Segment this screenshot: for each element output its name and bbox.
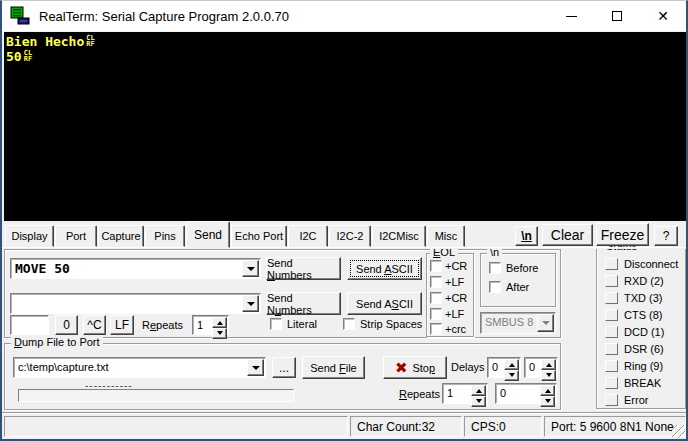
smbus-select-value: SMBUS 8 (485, 316, 535, 331)
checkbox-box[interactable] (430, 276, 442, 288)
status-rxd: RXD (2) (605, 275, 664, 287)
checkbox-box[interactable] (270, 318, 282, 330)
checkbox-box[interactable] (430, 292, 442, 304)
dump-repeats-spinner-2[interactable]: 0 (495, 383, 557, 404)
eol-lf1-checkbox[interactable]: +LF (430, 276, 464, 288)
freeze-button-label: Freeze (601, 227, 645, 243)
chevron-down-icon (537, 314, 554, 332)
tab-pins[interactable]: Pins (145, 225, 185, 247)
checkbox-label: After (506, 281, 529, 293)
status-cts: CTS (8) (605, 309, 663, 321)
dump-file-path-value[interactable]: c:\temp\capture.txt (18, 361, 245, 375)
resize-grip[interactable] (672, 425, 685, 438)
send-file-button[interactable]: Send File (302, 356, 365, 379)
send-lf-button[interactable]: LF (110, 315, 134, 335)
tab-label: Echo Port (235, 230, 283, 242)
status-break: BREAK (605, 377, 661, 389)
tab-misc[interactable]: Misc (427, 225, 465, 247)
led-indicator (605, 377, 618, 389)
char-code-field[interactable] (10, 315, 49, 335)
browse-file-button[interactable]: ... (272, 357, 296, 378)
send-zero-button[interactable]: 0 (55, 315, 78, 335)
crlf-glyph: CRLF (24, 50, 32, 62)
spinner-buttons[interactable] (504, 359, 519, 376)
checkbox-label: +LF (445, 308, 464, 320)
newline-button-label: \n (521, 229, 532, 243)
close-button[interactable]: ✕ (640, 1, 686, 31)
smbus-select: SMBUS 8 (480, 312, 556, 334)
spinner-buttons[interactable] (471, 385, 486, 402)
newline-button[interactable]: \n (515, 226, 538, 246)
send-numbers-button-1[interactable]: Send Numbers (266, 257, 341, 280)
literal-checkbox[interactable]: Literal (270, 318, 317, 330)
checkbox-box[interactable] (489, 281, 501, 293)
spinner-up-icon (541, 359, 556, 370)
send-ctrl-c-button[interactable]: ^C (83, 315, 106, 335)
newline-group: \n Before After (480, 253, 556, 307)
delays-spinner-1[interactable]: 0 (487, 357, 521, 378)
tab-port[interactable]: Port (55, 225, 97, 247)
status-label: TXD (3) (624, 292, 663, 304)
eol-group: EOL +CR +LF +CR +LF +crc (426, 253, 474, 337)
button-label: Send Numbers (267, 257, 340, 281)
button-label: Send ASCII (356, 298, 413, 310)
spinner-value: 1 (447, 387, 453, 399)
strip-spaces-checkbox[interactable]: Strip Spaces (343, 318, 422, 330)
chevron-down-icon[interactable] (242, 260, 259, 277)
eol-cr2-checkbox[interactable]: +CR (430, 292, 467, 304)
maximize-button[interactable] (594, 1, 640, 31)
tab-display[interactable]: Display (5, 225, 54, 247)
tab-label: I2CMisc (379, 230, 419, 242)
dump-repeats-spinner-1[interactable]: 1 (442, 383, 488, 404)
clear-button[interactable]: Clear (542, 224, 593, 246)
send-input-2[interactable] (10, 293, 261, 314)
dump-file-path-input[interactable]: c:\temp\capture.txt (13, 357, 266, 378)
checkbox-box[interactable] (430, 260, 442, 272)
checkbox-box[interactable] (489, 262, 501, 274)
send-ascii-button-2[interactable]: Send ASCII (347, 292, 422, 315)
checkbox-box[interactable] (430, 323, 442, 335)
help-button[interactable]: ? (654, 226, 678, 246)
checkbox-box[interactable] (343, 318, 355, 330)
spinner-buttons[interactable] (212, 317, 227, 333)
send-input-2-value[interactable] (15, 296, 240, 311)
tab-capture[interactable]: Capture (98, 225, 144, 247)
tab-echo-port[interactable]: Echo Port (231, 225, 287, 247)
tab-send[interactable]: Send (186, 221, 230, 248)
tab-i2cmisc[interactable]: I2CMisc (372, 225, 426, 247)
eol-crc-checkbox[interactable]: +crc (430, 323, 466, 335)
tab-label: Capture (101, 230, 140, 242)
tab-label: Display (11, 230, 47, 242)
window-title: RealTerm: Serial Capture Program 2.0.0.7… (39, 9, 289, 24)
chevron-down-icon[interactable] (242, 295, 259, 312)
newline-before-checkbox[interactable]: Before (489, 262, 538, 274)
spinner-buttons[interactable] (540, 385, 555, 402)
terminal-text: 50 (6, 49, 22, 64)
freeze-button[interactable]: Freeze (596, 223, 649, 246)
tab-strip-line (2, 247, 686, 249)
delays-spinner-2[interactable]: 0 (524, 357, 558, 378)
tab-i2c-2[interactable]: I2C-2 (329, 225, 371, 247)
send-ascii-button-1[interactable]: Send ASCII (347, 257, 422, 280)
send-input-1[interactable]: MOVE 50 (10, 258, 261, 279)
send-numbers-button-2[interactable]: Send Numbers (266, 292, 341, 315)
tab-i2c[interactable]: I2C (288, 225, 328, 247)
eol-cr1-checkbox[interactable]: +CR (430, 260, 467, 272)
minimize-button[interactable] (548, 1, 594, 31)
help-button-label: ? (663, 229, 670, 243)
send-repeats-spinner[interactable]: 1 (192, 315, 229, 335)
eol-lf2-checkbox[interactable]: +LF (430, 308, 464, 320)
dump-progress-bar (18, 389, 294, 402)
newline-after-checkbox[interactable]: After (489, 281, 529, 293)
spinner-buttons[interactable] (541, 359, 556, 376)
stop-button[interactable]: ✖Stop (383, 356, 447, 379)
send-input-1-value[interactable]: MOVE 50 (15, 261, 240, 276)
chevron-down-icon[interactable] (247, 359, 264, 376)
button-label: Send File (310, 362, 357, 374)
status-label: BREAK (624, 377, 661, 389)
status-dcd: DCD (1) (605, 326, 664, 338)
repeats-label: Repeats (142, 319, 183, 331)
terminal-screen[interactable]: Bien Hecho CRLF 50 CRLF (4, 32, 686, 221)
tab-label: Pins (154, 230, 175, 242)
checkbox-box[interactable] (430, 308, 442, 320)
